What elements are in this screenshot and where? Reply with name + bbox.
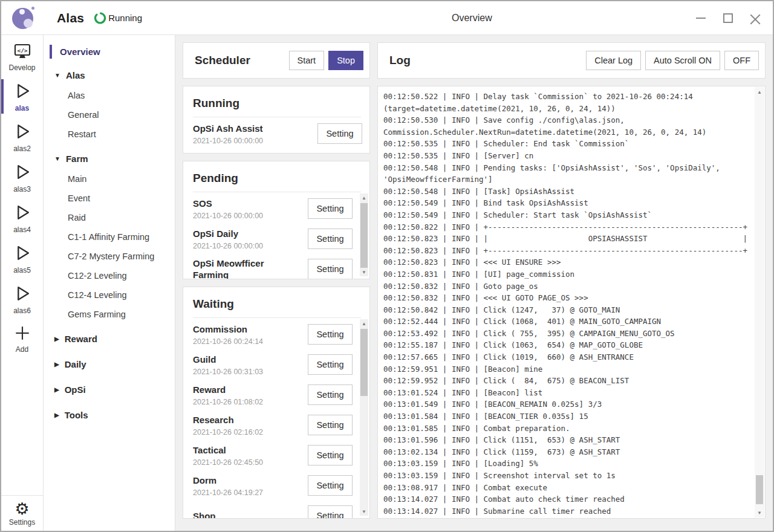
task-setting-button[interactable]: Setting bbox=[317, 123, 362, 144]
autoscroll-off-button[interactable]: OFF bbox=[724, 51, 759, 70]
sidebar-item-alas[interactable]: alas bbox=[1, 76, 43, 117]
nav-group-label: OpSi bbox=[65, 384, 86, 395]
sidebar-item-alas3[interactable]: alas3 bbox=[1, 157, 43, 198]
task-next-run-time: 2021-10-26 02:45:50 bbox=[193, 458, 285, 467]
nav-item-main[interactable]: Main bbox=[44, 169, 175, 189]
task-row-tactical: Tactical2021-10-26 02:45:50Setting bbox=[193, 440, 360, 470]
scroll-down-icon[interactable]: ▼ bbox=[360, 268, 368, 276]
minimize-icon bbox=[696, 18, 706, 19]
nav-item-c7-2-mystery-farming[interactable]: C7-2 Mystery Farming bbox=[44, 247, 175, 266]
status-text: Running bbox=[108, 13, 142, 23]
instance-sidebar: </>Developalasalas2alas3alas4alas5alas6A… bbox=[1, 35, 44, 531]
nav-item-alas[interactable]: Alas bbox=[44, 86, 175, 105]
chevron-right-icon: ▶ bbox=[54, 386, 59, 393]
task-setting-button[interactable]: Setting bbox=[308, 198, 353, 219]
task-setting-button[interactable]: Setting bbox=[308, 354, 353, 375]
scroll-up-icon[interactable]: ▲ bbox=[755, 87, 764, 97]
sidebar-item-develop[interactable]: </>Develop bbox=[1, 39, 43, 76]
nav-group-opsi[interactable]: ▶OpSi bbox=[44, 379, 175, 400]
nav-group-farm[interactable]: ▼Farm bbox=[44, 148, 175, 169]
nav-item-general[interactable]: General bbox=[44, 105, 175, 125]
log-scrollbar[interactable]: ▲ ▼ bbox=[755, 87, 764, 517]
sidebar-item-alas6[interactable]: alas6 bbox=[1, 279, 43, 319]
task-setting-button[interactable]: Setting bbox=[308, 475, 353, 496]
task-row-opsi-meowfficer-farming: OpSi Meowfficer FarmingSetting bbox=[193, 254, 360, 279]
nav-item-gems-farming[interactable]: Gems Farming bbox=[44, 305, 175, 324]
nav-item-c1-1-affinity-farming[interactable]: C1-1 Affinity Farming bbox=[44, 227, 175, 247]
scrollbar-thumb[interactable] bbox=[360, 329, 368, 396]
nav-group-daily[interactable]: ▶Daily bbox=[44, 354, 175, 375]
task-setting-button[interactable]: Setting bbox=[308, 229, 353, 249]
sidebar-item-alas2[interactable]: alas2 bbox=[1, 117, 43, 157]
nav-group-reward[interactable]: ▶Reward bbox=[44, 328, 175, 349]
task-setting-button[interactable]: Setting bbox=[308, 445, 353, 465]
scrollbar-thumb[interactable] bbox=[360, 203, 368, 268]
running-title: Running bbox=[193, 92, 369, 117]
scroll-down-icon[interactable]: ▼ bbox=[755, 508, 764, 517]
task-info: Commission2021-10-26 00:24:14 bbox=[193, 323, 285, 346]
sidebar-item-label: alas5 bbox=[13, 266, 31, 274]
task-setting-button[interactable]: Setting bbox=[308, 384, 353, 405]
nav-group-alas[interactable]: ▼Alas bbox=[44, 65, 175, 86]
task-row-shop: ShopSetting bbox=[193, 501, 360, 518]
nav-item-restart[interactable]: Restart bbox=[44, 125, 175, 144]
nav-menu: Overview▼AlasAlasGeneralRestart▼FarmMain… bbox=[44, 35, 175, 531]
sidebar-item-label: Develop bbox=[8, 63, 35, 72]
task-info: Guild2021-10-26 00:31:03 bbox=[193, 354, 285, 376]
task-setting-button[interactable]: Setting bbox=[308, 324, 353, 345]
play-icon bbox=[12, 122, 32, 144]
sidebar-item-settings[interactable]: ⚙ Settings bbox=[1, 495, 43, 531]
sidebar-item-label: alas bbox=[15, 104, 29, 112]
play-icon bbox=[12, 81, 32, 103]
nav-group-label: Farm bbox=[66, 154, 88, 164]
nav-item-event[interactable]: Event bbox=[44, 189, 175, 208]
play-icon bbox=[12, 243, 32, 265]
autoscroll-on-button[interactable]: Auto Scroll ON bbox=[645, 51, 720, 70]
nav-item-c12-4-leveling[interactable]: C12-4 Leveling bbox=[44, 285, 175, 305]
scroll-up-icon[interactable]: ▲ bbox=[360, 193, 368, 202]
task-setting-button[interactable]: Setting bbox=[308, 259, 353, 279]
maximize-button[interactable] bbox=[718, 8, 737, 27]
task-name: OpSi Daily bbox=[193, 228, 285, 239]
scheduler-column: Scheduler Start Stop Running OpSi Ash As… bbox=[183, 42, 370, 519]
sidebar-item-label: Add bbox=[16, 345, 28, 354]
nav-item-raid[interactable]: Raid bbox=[44, 208, 175, 227]
nav-item-overview[interactable]: Overview bbox=[44, 43, 175, 60]
task-next-run-time: 2021-10-26 00:00:00 bbox=[193, 212, 285, 220]
stop-button[interactable]: Stop bbox=[328, 51, 363, 70]
clear-log-button[interactable]: Clear Log bbox=[586, 51, 641, 70]
plus-icon bbox=[13, 324, 31, 345]
main-content: Scheduler Start Stop Running OpSi Ash As… bbox=[175, 35, 773, 531]
task-setting-button[interactable]: Setting bbox=[308, 415, 353, 435]
task-row-opsi-ash-assist: OpSi Ash Assist2021-10-26 00:00:00Settin… bbox=[193, 118, 369, 149]
nav-group-tools[interactable]: ▶Tools bbox=[44, 404, 175, 426]
sidebar-item-alas5[interactable]: alas5 bbox=[1, 238, 43, 279]
waiting-scrollbar[interactable]: ▲ ▼ bbox=[360, 319, 368, 516]
pending-scrollbar[interactable]: ▲ ▼ bbox=[360, 193, 368, 276]
pending-task-list: SOS2021-10-26 00:00:00SettingOpSi Daily2… bbox=[193, 193, 360, 279]
start-button[interactable]: Start bbox=[289, 51, 325, 70]
scheduler-status: Running bbox=[94, 11, 142, 25]
waiting-title: Waiting bbox=[193, 293, 369, 317]
nav-item-c12-2-leveling[interactable]: C12-2 Leveling bbox=[44, 266, 175, 285]
code-monitor-icon: </> bbox=[13, 44, 32, 63]
close-button[interactable] bbox=[746, 8, 764, 27]
sidebar-item-add[interactable]: Add bbox=[1, 319, 43, 358]
task-row-opsi-daily: OpSi Daily2021-10-26 00:00:00Setting bbox=[193, 224, 360, 254]
scroll-up-icon[interactable]: ▲ bbox=[360, 319, 368, 328]
task-next-run-time: 2021-10-26 00:00:00 bbox=[193, 137, 285, 145]
task-name: Guild bbox=[193, 354, 285, 365]
titlebar: Alas Running Overview bbox=[1, 1, 773, 35]
sidebar-item-label: alas4 bbox=[13, 225, 31, 234]
pending-title: Pending bbox=[193, 167, 369, 192]
minimize-button[interactable] bbox=[691, 8, 710, 27]
sidebar-item-alas4[interactable]: alas4 bbox=[1, 198, 43, 238]
log-output-panel: 00:12:50.522 | INFO | Delay task `Commis… bbox=[377, 86, 766, 519]
task-setting-button[interactable]: Setting bbox=[308, 505, 353, 518]
task-info: Shop bbox=[193, 510, 285, 519]
app-title: Alas bbox=[57, 11, 84, 25]
scroll-down-icon[interactable]: ▼ bbox=[360, 507, 368, 516]
task-row-dorm: Dorm2021-10-26 04:19:27Setting bbox=[193, 470, 360, 501]
scrollbar-thumb[interactable] bbox=[756, 475, 763, 504]
task-next-run-time: 2021-10-26 02:16:02 bbox=[193, 428, 285, 436]
